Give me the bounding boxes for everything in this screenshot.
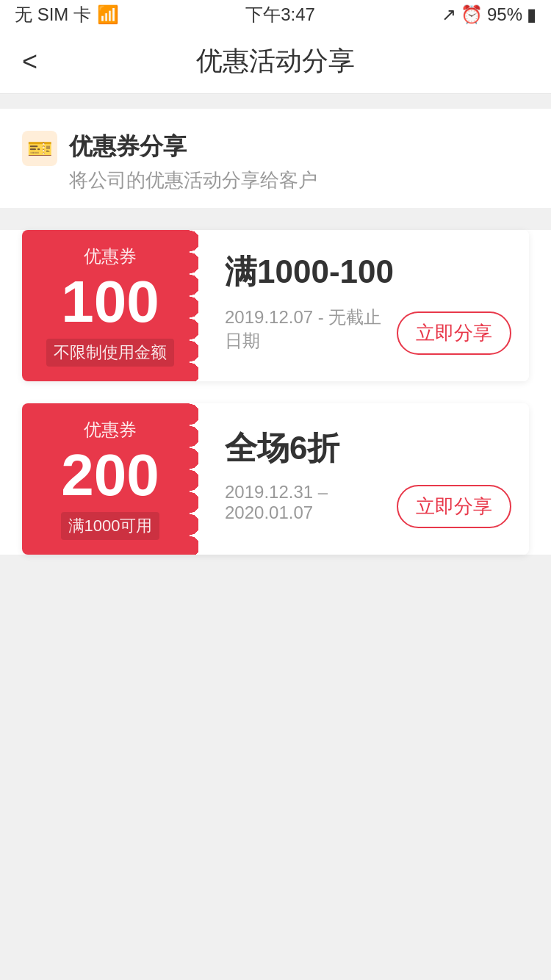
coupon-share-icon: 🎫 <box>22 131 57 166</box>
status-left: 无 SIM 卡 📶 <box>15 3 119 26</box>
battery-text: 95% <box>487 4 522 25</box>
coupon-card-2: 优惠券 200 满1000可用 全场6折 2019.12.31 – 2020.0… <box>22 403 529 555</box>
nav-bar: < 优惠活动分享 <box>0 29 551 94</box>
status-time: 下午3:47 <box>245 3 315 26</box>
section-subtitle: 将公司的优惠活动分享给客户 <box>69 167 317 193</box>
svg-text:🎫: 🎫 <box>27 137 53 161</box>
coupon-amount-2: 200 <box>61 446 159 505</box>
coupon-amount-1: 100 <box>61 273 159 331</box>
coupon-bottom-row-1: 2019.12.07 - 无截止日期 立即分享 <box>225 306 511 361</box>
coupon-title-1: 满1000-100 <box>225 251 511 294</box>
section-title: 优惠券分享 <box>69 131 317 163</box>
coupon-title-2: 全场6折 <box>225 427 511 470</box>
page-title: 优惠活动分享 <box>196 43 355 79</box>
coupon-label-2: 优惠券 <box>84 418 137 442</box>
coupon-condition-1: 不限制使用金额 <box>46 339 174 367</box>
coupon-right-2: 全场6折 2019.12.31 – 2020.01.07 立即分享 <box>198 403 529 555</box>
coupon-bottom-row-2: 2019.12.31 – 2020.01.07 立即分享 <box>225 482 511 532</box>
carrier-text: 无 SIM 卡 <box>15 3 91 26</box>
alarm-icon: ⏰ <box>461 4 483 25</box>
coupon-condition-2: 满1000可用 <box>61 512 160 540</box>
bottom-space <box>0 577 551 944</box>
wifi-icon: 📶 <box>97 4 119 25</box>
share-button-1[interactable]: 立即分享 <box>397 311 511 355</box>
back-button[interactable]: < <box>22 46 37 77</box>
coupon-date-2: 2019.12.31 – 2020.01.07 <box>225 482 397 523</box>
battery-icon: ▮ <box>527 4 536 25</box>
coupon-left-1: 优惠券 100 不限制使用金额 <box>22 230 198 381</box>
coupon-card-1: 优惠券 100 不限制使用金额 满1000-100 2019.12.07 - 无… <box>22 230 529 381</box>
location-icon: ↗ <box>442 4 456 25</box>
coupon-left-2: 优惠券 200 满1000可用 <box>22 403 198 555</box>
status-bar: 无 SIM 卡 📶 下午3:47 ↗ ⏰ 95% ▮ <box>0 0 551 29</box>
coupon-label-1: 优惠券 <box>84 245 137 268</box>
status-right: ↗ ⏰ 95% ▮ <box>442 4 536 25</box>
coupon-list: 优惠券 100 不限制使用金额 满1000-100 2019.12.07 - 无… <box>0 230 551 555</box>
share-button-2[interactable]: 立即分享 <box>397 485 511 528</box>
section-header: 🎫 优惠券分享 将公司的优惠活动分享给客户 <box>0 109 551 208</box>
section-text: 优惠券分享 将公司的优惠活动分享给客户 <box>69 131 317 193</box>
coupon-date-1: 2019.12.07 - 无截止日期 <box>225 306 397 353</box>
coupon-right-1: 满1000-100 2019.12.07 - 无截止日期 立即分享 <box>198 230 529 381</box>
